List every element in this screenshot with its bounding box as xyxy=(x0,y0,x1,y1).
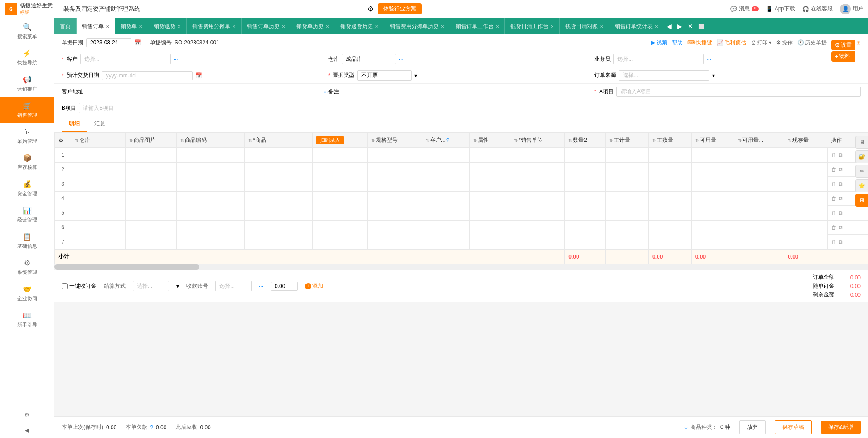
row-1-main-qty[interactable] xyxy=(649,148,692,163)
account-select[interactable]: 选择... xyxy=(215,281,252,291)
tab-nav-close-all[interactable]: ✕ xyxy=(685,23,696,30)
salesperson-input[interactable]: 选择... xyxy=(613,54,704,64)
row-6-main-unit[interactable] xyxy=(606,220,649,235)
account-more[interactable]: ··· xyxy=(259,283,263,289)
save-new-button[interactable]: 保存&新增 xyxy=(821,421,861,434)
tab-order-history[interactable]: 销售订单历史 ✕ xyxy=(242,18,291,34)
row-4-current[interactable] xyxy=(784,191,827,206)
row-6-unit[interactable] xyxy=(510,220,565,235)
unit-sort[interactable]: ⇅ xyxy=(514,138,518,143)
col-product[interactable]: ⇅ *商品 xyxy=(245,133,313,148)
row-5-current[interactable] xyxy=(784,206,827,220)
row-4-customer-code[interactable] xyxy=(422,191,469,206)
code-sort[interactable]: ⇅ xyxy=(180,138,184,143)
warehouse-more[interactable]: ··· xyxy=(399,56,403,63)
col-settings[interactable]: ⚙ xyxy=(55,133,71,148)
row-5-spec[interactable] xyxy=(367,206,422,220)
tab-close-order-history[interactable]: ✕ xyxy=(281,24,285,29)
sidebar-item-collab[interactable]: 🤝 企业协同 xyxy=(0,280,54,307)
sub-tab-summary[interactable]: 汇总 xyxy=(87,116,112,132)
row-7-qty2[interactable] xyxy=(565,235,606,250)
sidebar-collapse-btn[interactable]: ◀ xyxy=(0,423,54,438)
tab-return-history[interactable]: 销货退货历史 ✕ xyxy=(335,18,384,34)
product-count-icon[interactable]: ○ xyxy=(684,424,688,431)
customer-addr-input[interactable] xyxy=(86,87,321,96)
tab-sales-invoice[interactable]: 销货单 ✕ xyxy=(115,18,148,34)
col-scan[interactable]: 扫码录入 xyxy=(313,133,367,148)
row-1-code[interactable] xyxy=(176,148,244,163)
row-4-spec[interactable] xyxy=(367,191,422,206)
row-1-image[interactable] xyxy=(126,148,177,163)
row-3-warehouse[interactable] xyxy=(71,177,126,191)
col-main-unit[interactable]: ⇅ 主计量 xyxy=(606,133,649,148)
row-2-spec[interactable] xyxy=(367,162,422,177)
row-3-avail2[interactable] xyxy=(734,177,784,191)
sidebar-item-nav[interactable]: ⚡ 快捷导航 xyxy=(0,44,54,71)
row-4-attr[interactable] xyxy=(469,191,510,206)
copy-icon-2[interactable]: ⧉ xyxy=(839,166,843,173)
row-2-image[interactable] xyxy=(126,162,177,177)
delete-icon-7[interactable]: 🗑 xyxy=(831,239,837,245)
row-6-avail2[interactable] xyxy=(734,220,784,235)
row-7-product[interactable] xyxy=(245,235,313,250)
customer-input[interactable]: 选择... xyxy=(80,54,171,64)
online-service-btn[interactable]: 🎧 在线客服 xyxy=(802,5,833,13)
col-current[interactable]: ⇅ 现存量 xyxy=(784,133,827,148)
tab-nav-next[interactable]: ▶ xyxy=(674,23,685,30)
row-5-code[interactable] xyxy=(176,206,244,220)
row-2-customer-code[interactable] xyxy=(422,162,469,177)
row-2-scan[interactable] xyxy=(313,162,367,177)
row-1-customer-code[interactable] xyxy=(422,148,469,163)
row-4-avail[interactable] xyxy=(691,191,734,206)
delete-icon-2[interactable]: 🗑 xyxy=(831,166,837,173)
row-2-attr[interactable] xyxy=(469,162,510,177)
tab-close-cash-workbench[interactable]: ✕ xyxy=(550,24,554,29)
row-3-code[interactable] xyxy=(176,177,244,191)
row-1-qty2[interactable] xyxy=(565,148,606,163)
copy-icon-5[interactable]: ⧉ xyxy=(839,210,843,216)
one-click-payment-checkbox[interactable]: 一键收订金 xyxy=(62,282,97,290)
toolbar-shortcut[interactable]: ⌨ 快捷键 xyxy=(687,39,712,47)
tab-close-sales-return[interactable]: ✕ xyxy=(177,24,181,29)
delivery-input[interactable]: yyyy-mm-dd xyxy=(102,71,193,80)
row-2-current[interactable] xyxy=(784,162,827,177)
row-5-product[interactable] xyxy=(245,206,313,220)
sidebar-item-system[interactable]: ⚙ 系统管理 xyxy=(0,254,54,280)
delete-icon-4[interactable]: 🗑 xyxy=(831,195,837,202)
row-1-main-unit[interactable] xyxy=(606,148,649,163)
row-4-product[interactable] xyxy=(245,191,313,206)
delete-icon-1[interactable]: 🗑 xyxy=(831,152,837,158)
row-4-main-unit[interactable] xyxy=(606,191,649,206)
main-qty-sort[interactable]: ⇅ xyxy=(652,138,656,143)
row-7-spec[interactable] xyxy=(367,235,422,250)
toolbar-history[interactable]: 🕐 历史单据 xyxy=(797,39,827,47)
save-draft-button[interactable]: 保存草稿 xyxy=(775,420,812,434)
row-5-attr[interactable] xyxy=(469,206,510,220)
row-7-current[interactable] xyxy=(784,235,827,250)
sub-tab-detail[interactable]: 明细 xyxy=(62,116,87,132)
row-6-attr[interactable] xyxy=(469,220,510,235)
row-6-product[interactable] xyxy=(245,220,313,235)
sidebar-settings-btn[interactable]: ⚙ xyxy=(0,407,54,423)
row-2-main-qty[interactable] xyxy=(649,162,692,177)
toolbar-print[interactable]: 🖨 打印 ▾ xyxy=(751,39,771,47)
salesperson-more[interactable]: ··· xyxy=(707,56,711,63)
toolbar-profit[interactable]: 📈 毛利预估 xyxy=(717,39,746,47)
discard-button[interactable]: 放弃 xyxy=(739,420,766,434)
row-6-main-qty[interactable] xyxy=(649,220,692,235)
remark-input[interactable] xyxy=(342,87,595,96)
sidebar-item-search[interactable]: 🔍 搜索菜单 xyxy=(0,18,54,44)
row-3-qty2[interactable] xyxy=(565,177,606,191)
row-5-qty2[interactable] xyxy=(565,206,606,220)
row-7-warehouse[interactable] xyxy=(71,235,126,250)
row-2-unit[interactable] xyxy=(510,162,565,177)
row-3-scan[interactable] xyxy=(313,177,367,191)
horizontal-scrollbar[interactable] xyxy=(54,264,868,270)
row-5-avail[interactable] xyxy=(691,206,734,220)
row-7-code[interactable] xyxy=(176,235,244,250)
table-scroll-container[interactable]: ⚙ ⇅ 仓库 xyxy=(54,133,868,264)
column-settings-icon[interactable]: ⚙ xyxy=(58,137,63,144)
gear-settings[interactable]: ⚙ xyxy=(367,5,373,13)
col-image[interactable]: ⇅ 商品图片 xyxy=(126,133,177,148)
invoice-value[interactable]: 不开票 xyxy=(357,70,412,81)
